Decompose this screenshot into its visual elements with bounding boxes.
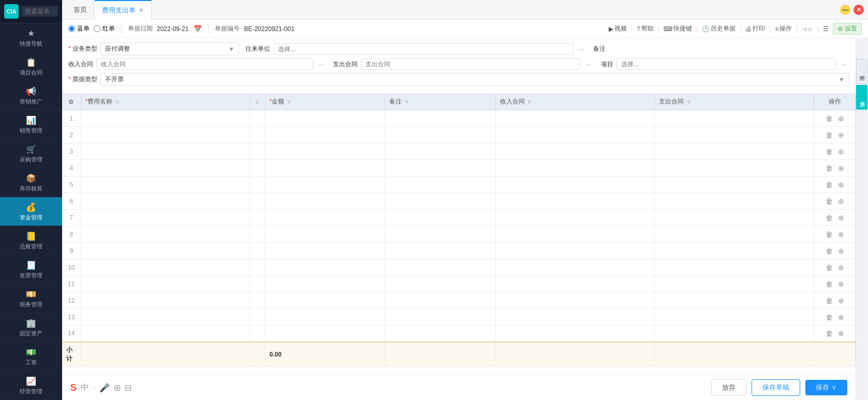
partner-more-icon[interactable]: ··· bbox=[577, 45, 587, 53]
income-contract-cell[interactable] bbox=[495, 276, 655, 292]
expense-name-cell[interactable] bbox=[81, 110, 249, 127]
save-button[interactable]: 保存 ∨ bbox=[805, 380, 847, 395]
expense-name-cell[interactable] bbox=[81, 193, 249, 210]
delete-icon[interactable]: 🗑 bbox=[824, 279, 834, 289]
delete-icon[interactable]: 🗑 bbox=[824, 263, 834, 272]
number-value[interactable]: BE-20220921-001 bbox=[244, 25, 294, 33]
tab-home[interactable]: 首页 bbox=[66, 0, 95, 20]
operation-action[interactable]: ≡ 操作 bbox=[775, 24, 792, 33]
remark-cell[interactable] bbox=[385, 143, 495, 160]
copy-icon[interactable]: ⊕ bbox=[836, 246, 846, 256]
tab-close-expense-bill[interactable]: ✕ bbox=[139, 7, 144, 14]
copy-icon[interactable]: ⊕ bbox=[836, 164, 846, 173]
copy-icon[interactable]: ⊕ bbox=[836, 180, 846, 189]
expense-contract-cell[interactable] bbox=[655, 276, 814, 292]
amount-cell[interactable] bbox=[265, 259, 385, 276]
expense-name-cell[interactable] bbox=[81, 226, 249, 243]
sidebar-search-input[interactable] bbox=[22, 6, 58, 17]
remark-cell[interactable] bbox=[385, 176, 495, 193]
date-value[interactable]: 2022-09-21 bbox=[157, 25, 188, 33]
delete-icon[interactable]: 🗑 bbox=[824, 246, 834, 256]
expense-name-cell[interactable] bbox=[81, 243, 249, 259]
amount-cell[interactable] bbox=[265, 276, 385, 292]
amount-cell[interactable] bbox=[265, 110, 385, 127]
right-sidebar-tab-msg[interactable]: 消息 bbox=[856, 85, 867, 110]
amount-cell[interactable] bbox=[265, 325, 385, 342]
amount-cell[interactable] bbox=[265, 160, 385, 176]
remark-cell[interactable] bbox=[385, 259, 495, 276]
expense-name-cell[interactable] bbox=[81, 127, 249, 143]
copy-icon[interactable]: ⊕ bbox=[836, 313, 846, 322]
grid-icon[interactable]: ⊟ bbox=[125, 383, 131, 393]
tab-expense-bill[interactable]: 费用支出单✕ bbox=[95, 0, 152, 20]
sidebar-item-fixed-assets[interactable]: 🏢 固定资产 bbox=[0, 313, 62, 342]
delete-icon[interactable]: 🗑 bbox=[824, 147, 834, 156]
zhong-icon[interactable]: 中 bbox=[81, 382, 89, 393]
delete-icon[interactable]: 🗑 bbox=[824, 114, 834, 123]
income-contract-cell[interactable] bbox=[495, 176, 655, 193]
calendar-icon[interactable]: 📅 bbox=[194, 25, 202, 33]
delete-icon[interactable]: 🗑 bbox=[824, 230, 834, 239]
expense-contract-more-icon[interactable]: ··· bbox=[583, 60, 594, 68]
income-contract-cell[interactable] bbox=[495, 127, 655, 143]
invoice-type-select[interactable]: 不开票 ▼ bbox=[100, 73, 849, 86]
income-contract-cell[interactable] bbox=[495, 193, 655, 210]
copy-icon[interactable]: ⊕ bbox=[836, 230, 846, 239]
dot-icon[interactable]: · bbox=[93, 383, 95, 392]
copy-icon[interactable]: ⊕ bbox=[836, 329, 846, 338]
red-bill-radio[interactable]: 红单 bbox=[94, 24, 115, 33]
expense-name-cell[interactable] bbox=[81, 309, 249, 325]
window-minimize-btn[interactable]: — bbox=[840, 5, 850, 15]
sidebar-item-sales-mgmt[interactable]: 📊 销售管理 bbox=[0, 110, 62, 139]
amount-cell[interactable] bbox=[265, 210, 385, 226]
remark-cell[interactable] bbox=[385, 110, 495, 127]
right-sidebar-tab-attach[interactable]: 附件 bbox=[856, 59, 867, 84]
video-action[interactable]: ▶ 视频 bbox=[609, 24, 627, 33]
expense-contract-cell[interactable] bbox=[655, 325, 814, 342]
income-contract-cell[interactable] bbox=[495, 259, 655, 276]
save-draft-button[interactable]: 保存草稿 bbox=[752, 379, 800, 396]
help-action[interactable]: ? 帮助 bbox=[637, 24, 654, 33]
expense-contract-cell[interactable] bbox=[655, 110, 814, 127]
expense-contract-cell[interactable] bbox=[655, 259, 814, 276]
expense-contract-cell[interactable] bbox=[655, 193, 814, 210]
amount-cell[interactable] bbox=[265, 243, 385, 259]
amount-cell[interactable] bbox=[265, 226, 385, 243]
settings-button[interactable]: ⚙ 设置 bbox=[833, 23, 862, 35]
grid-view-icon[interactable]: ☰ bbox=[823, 25, 829, 33]
delete-icon[interactable]: 🗑 bbox=[824, 130, 834, 140]
expense-name-cell[interactable] bbox=[81, 143, 249, 160]
expense-contract-input[interactable] bbox=[361, 58, 580, 70]
remark-cell[interactable] bbox=[385, 127, 495, 143]
shortcut-action[interactable]: ⌨ 快捷键 bbox=[664, 24, 692, 33]
remark-cell[interactable] bbox=[385, 243, 495, 259]
delete-icon[interactable]: 🗑 bbox=[824, 180, 834, 189]
discard-button[interactable]: 放弃 bbox=[711, 379, 746, 396]
remark-cell[interactable] bbox=[385, 193, 495, 210]
sidebar-item-sales-promotion[interactable]: 📢 营销推广 bbox=[0, 81, 62, 110]
income-contract-cell[interactable] bbox=[495, 210, 655, 226]
expense-contract-cell[interactable] bbox=[655, 143, 814, 160]
expense-name-cell[interactable] bbox=[81, 292, 249, 309]
income-contract-cell[interactable] bbox=[495, 292, 655, 309]
sidebar-item-inventory[interactable]: 📦 库存核算 bbox=[0, 168, 62, 197]
sidebar-item-biz-mgmt[interactable]: 📈 经营管理 bbox=[0, 371, 62, 400]
expense-contract-cell[interactable] bbox=[655, 210, 814, 226]
copy-icon[interactable]: ⊕ bbox=[836, 296, 846, 305]
remark-cell[interactable] bbox=[385, 210, 495, 226]
remark-cell[interactable] bbox=[385, 325, 495, 342]
delete-icon[interactable]: 🗑 bbox=[824, 329, 834, 338]
income-contract-cell[interactable] bbox=[495, 243, 655, 259]
expense-name-cell[interactable] bbox=[81, 276, 249, 292]
sidebar-item-capital-mgmt[interactable]: 💰 资金管理 bbox=[0, 197, 62, 226]
expense-contract-cell[interactable] bbox=[655, 127, 814, 143]
income-contract-cell[interactable] bbox=[495, 143, 655, 160]
income-contract-cell[interactable] bbox=[495, 226, 655, 243]
note-input[interactable] bbox=[609, 46, 849, 53]
copy-icon[interactable]: ⊕ bbox=[836, 197, 846, 206]
income-contract-cell[interactable] bbox=[495, 325, 655, 342]
amount-cell[interactable] bbox=[265, 127, 385, 143]
expense-contract-cell[interactable] bbox=[655, 160, 814, 176]
remark-cell[interactable] bbox=[385, 276, 495, 292]
sidebar-item-tax-mgmt[interactable]: 💴 税务管理 bbox=[0, 284, 62, 313]
